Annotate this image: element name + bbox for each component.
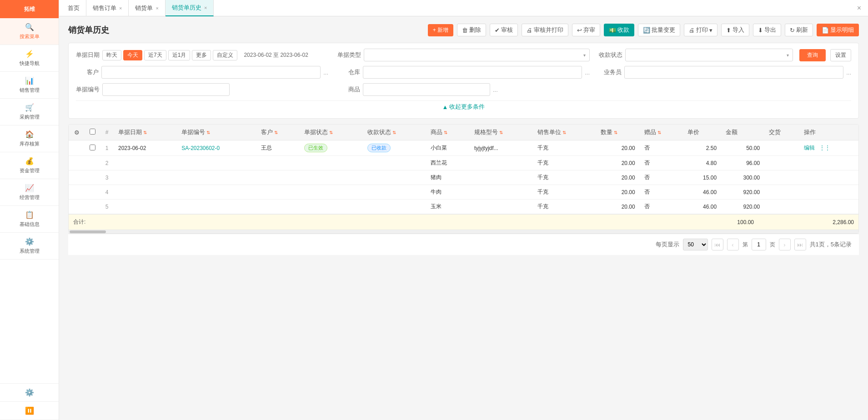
col-doc-no[interactable]: 单据编号 ⇅ [177, 125, 256, 140]
collapse-text: 收起更多条件 [449, 103, 485, 111]
page-number-input[interactable] [752, 239, 766, 250]
export-button[interactable]: ⬇ 导出 [753, 24, 781, 36]
col-amount-label: 金额 [726, 129, 738, 135]
scroll-thumb[interactable] [70, 230, 106, 233]
batch-change-button[interactable]: 🔄 批量变更 [638, 24, 680, 36]
col-date[interactable]: 单据日期 ⇅ [114, 125, 177, 140]
doc-type-label: 单据类型 [337, 51, 361, 59]
cell-spec [470, 200, 533, 214]
per-page-select[interactable]: 50 100 200 [683, 239, 708, 250]
sidebar-settings-btn[interactable]: ⚙️ [0, 384, 59, 402]
sidebar-item-finance[interactable]: 💰 资金管理 [0, 152, 59, 179]
col-quantity[interactable]: 数量 ⇅ [596, 125, 640, 140]
date-1month-btn[interactable]: 近1月 [168, 50, 191, 60]
col-payment-status[interactable]: 收款状态 ⇅ [363, 125, 426, 140]
sidebar-item-operations[interactable]: 📈 经营管理 [0, 179, 59, 206]
warehouse-input[interactable] [363, 66, 582, 79]
row-checkbox[interactable] [90, 145, 95, 150]
goods-dots[interactable]: ... [493, 86, 498, 93]
refresh-button[interactable]: ↻ 刷新 [785, 24, 813, 36]
print-button[interactable]: 🖨 打印 ▾ [684, 24, 717, 36]
cell-doc-status: 已生效 [300, 140, 363, 156]
collapse-filter-btn[interactable]: ▲ 收起更多条件 [76, 100, 851, 113]
doc-type-select[interactable]: ▾ [364, 49, 590, 61]
warehouse-dots[interactable]: ... [585, 69, 590, 76]
doc-no-link[interactable]: SA-20230602-0 [181, 145, 220, 151]
page-last-btn[interactable]: ⏭ [794, 239, 806, 250]
col-unit[interactable]: 销售单位 ⇅ [533, 125, 596, 140]
page-first-btn[interactable]: ⏮ [712, 239, 723, 250]
tab-sales-order-close[interactable]: × [119, 5, 122, 11]
delete-button[interactable]: 🗑 删除 [457, 24, 486, 36]
sidebar-item-label: 经营管理 [20, 194, 40, 201]
table-scroll-bar[interactable] [69, 230, 858, 233]
date-yesterday-btn[interactable]: 昨天 [102, 50, 121, 60]
doc-number-input[interactable] [102, 83, 230, 96]
new-button[interactable]: + 新增 [428, 24, 453, 36]
sidebar-item-inventory[interactable]: 🏠 库存核算 [0, 125, 59, 152]
query-button[interactable]: 查询 [799, 49, 826, 61]
goods-input[interactable] [363, 83, 490, 96]
settings-filter-button[interactable]: 设置 [830, 49, 851, 61]
cell-spec [470, 170, 533, 185]
col-goods[interactable]: 商品 ⇅ [426, 125, 470, 140]
cell-quantity: 20.00 [596, 200, 640, 214]
review-print-button[interactable]: 🖨 审核并打印 [522, 24, 568, 36]
tab-sales-history-close[interactable]: × [204, 5, 207, 10]
date-custom-btn[interactable]: 自定义 [213, 50, 237, 60]
salesperson-dots[interactable]: ... [846, 69, 851, 76]
sidebar-item-search[interactable]: 🔍 搜索菜单 [0, 18, 59, 45]
col-spec[interactable]: 规格型号 ⇅ [470, 125, 533, 140]
sidebar-item-system[interactable]: ⚙️ 系统管理 [0, 233, 59, 260]
date-7days-btn[interactable]: 近7天 [144, 50, 166, 60]
select-all-checkbox[interactable] [90, 129, 95, 135]
date-today-btn[interactable]: 今天 [123, 50, 142, 60]
date-more-btn[interactable]: 更多 [192, 50, 211, 60]
filter-row-3: 单据编号 商品 ... [76, 83, 851, 96]
display-button[interactable]: 📄 显示明细 [817, 24, 859, 36]
col-goods-label: 商品 [431, 128, 442, 136]
sidebar-item-purchase[interactable]: 🛒 采购管理 [0, 99, 59, 125]
tab-sales-goods-close[interactable]: × [156, 5, 158, 11]
review-print-label: 审核并打印 [534, 26, 563, 34]
sidebar-item-sales[interactable]: 📊 销售管理 [0, 72, 59, 99]
cell-num: 4 [100, 185, 114, 200]
collect-button[interactable]: 💵 收款 [604, 24, 634, 36]
page-next-btn[interactable]: › [779, 239, 791, 250]
cell-settings [69, 156, 85, 170]
salesperson-input[interactable] [624, 66, 843, 79]
tab-sales-history-label: 销货单历史 [172, 4, 201, 12]
cell-doc-status [300, 170, 363, 185]
tab-sales-goods[interactable]: 销货单 × [129, 0, 165, 16]
col-doc-status[interactable]: 单据状态 ⇅ [300, 125, 363, 140]
tab-sales-order[interactable]: 销售订单 × [86, 0, 129, 16]
tab-sales-history[interactable]: 销货单历史 × [166, 0, 214, 16]
edit-action-link[interactable]: 编辑 [804, 145, 815, 151]
customer-input[interactable] [101, 66, 321, 79]
more-action-link[interactable]: ⋮⋮ [819, 145, 830, 151]
col-doc-status-label: 单据状态 [304, 128, 328, 136]
cell-num: 3 [100, 170, 114, 185]
tabs-close-all-btn[interactable]: × [853, 4, 866, 12]
review-button[interactable]: ✔ 审核 [490, 24, 518, 36]
table-settings-icon[interactable]: ⚙ [74, 129, 80, 136]
col-gift[interactable]: 赠品 ⇅ [640, 125, 683, 140]
abandon-button[interactable]: ↩ 弃审 [572, 24, 600, 36]
cell-date [114, 200, 177, 214]
cell-doc-no [177, 200, 256, 214]
cell-spec: tyjyjtyjdf... [470, 140, 533, 156]
cell-checkbox [85, 170, 100, 185]
delete-icon: 🗑 [462, 27, 468, 34]
col-customer[interactable]: 客户 ⇅ [256, 125, 300, 140]
sidebar-pause-btn[interactable]: ⏸️ [0, 402, 59, 420]
col-action: 操作 [799, 125, 858, 140]
customer-dots[interactable]: ... [323, 69, 328, 76]
import-button[interactable]: ⬆ 导入 [721, 24, 749, 36]
batch-icon: 🔄 [643, 27, 650, 34]
sidebar-item-basic[interactable]: 📋 基础信息 [0, 206, 59, 233]
col-settings[interactable]: ⚙ [69, 125, 85, 140]
payment-status-select[interactable]: ▾ [625, 49, 793, 61]
page-prev-btn[interactable]: ‹ [727, 239, 739, 250]
tab-home[interactable]: 首页 [61, 0, 86, 16]
sidebar-item-quicknav[interactable]: ⚡ 快捷导航 [0, 45, 59, 72]
